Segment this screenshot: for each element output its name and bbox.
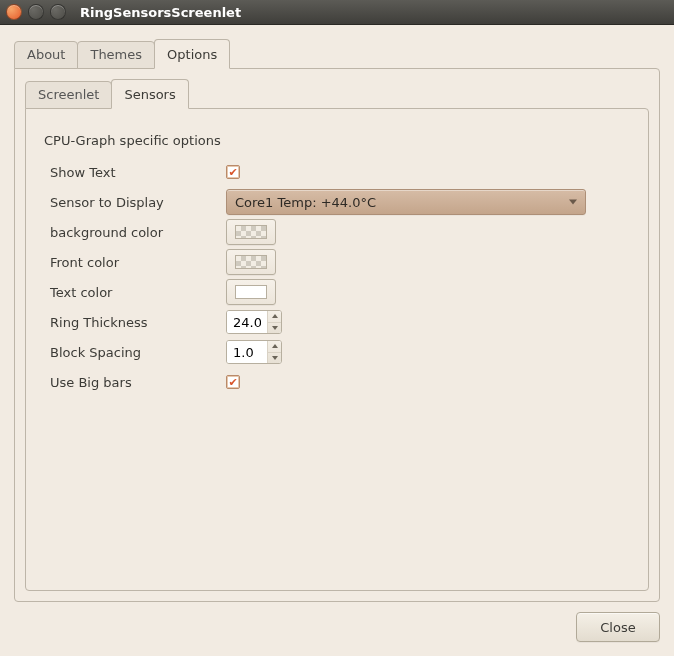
label-background-color: background color [40, 225, 226, 240]
color-button-front[interactable] [226, 249, 276, 275]
label-use-big-bars: Use Big bars [40, 375, 226, 390]
triangle-up-icon [272, 344, 278, 348]
color-button-text[interactable] [226, 279, 276, 305]
spin-block-spacing-down[interactable] [268, 353, 281, 364]
window-close-button[interactable] [6, 4, 22, 20]
sub-tabbar: Screenlet Sensors [25, 79, 649, 109]
label-text-color: Text color [40, 285, 226, 300]
tab-about[interactable]: About [14, 41, 78, 69]
section-title: CPU-Graph specific options [44, 133, 634, 148]
spin-block-spacing-input[interactable] [227, 341, 267, 363]
checkbox-use-big-bars[interactable] [226, 375, 240, 389]
label-sensor-to-display: Sensor to Display [40, 195, 226, 210]
triangle-down-icon [272, 326, 278, 330]
close-button[interactable]: Close [576, 612, 660, 642]
tab-options[interactable]: Options [154, 39, 230, 69]
sensors-panel: CPU-Graph specific options Show Text Sen… [25, 108, 649, 591]
window-title: RingSensorsScreenlet [80, 5, 241, 20]
main-tabbar: About Themes Options [14, 39, 660, 69]
spin-ring-thickness[interactable] [226, 310, 282, 334]
tab-themes[interactable]: Themes [77, 41, 155, 69]
combo-sensor-value: Core1 Temp: +44.0°C [235, 195, 376, 210]
spin-ring-thickness-up[interactable] [268, 311, 281, 323]
color-button-background[interactable] [226, 219, 276, 245]
subtab-screenlet[interactable]: Screenlet [25, 81, 112, 109]
window-titlebar: RingSensorsScreenlet [0, 0, 674, 24]
triangle-up-icon [272, 314, 278, 318]
chevron-down-icon [569, 200, 577, 205]
spin-block-spacing[interactable] [226, 340, 282, 364]
spin-block-spacing-up[interactable] [268, 341, 281, 353]
swatch-front [235, 255, 267, 269]
subtab-sensors[interactable]: Sensors [111, 79, 188, 109]
label-show-text: Show Text [40, 165, 226, 180]
combo-sensor-to-display[interactable]: Core1 Temp: +44.0°C [226, 189, 586, 215]
spin-ring-thickness-input[interactable] [227, 311, 267, 333]
label-front-color: Front color [40, 255, 226, 270]
spin-ring-thickness-down[interactable] [268, 323, 281, 334]
swatch-background [235, 225, 267, 239]
label-block-spacing: Block Spacing [40, 345, 226, 360]
triangle-down-icon [272, 356, 278, 360]
dialog-footer: Close [14, 602, 660, 642]
label-ring-thickness: Ring Thickness [40, 315, 226, 330]
window-maximize-button[interactable] [50, 4, 66, 20]
window-body: About Themes Options Screenlet Sensors C… [0, 24, 674, 656]
window-minimize-button[interactable] [28, 4, 44, 20]
swatch-text [235, 285, 267, 299]
options-panel: Screenlet Sensors CPU-Graph specific opt… [14, 68, 660, 602]
checkbox-show-text[interactable] [226, 165, 240, 179]
